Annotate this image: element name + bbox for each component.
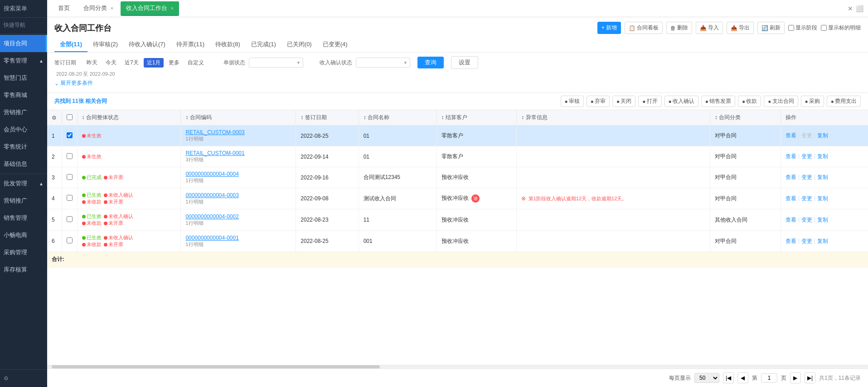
date-btn-yesterday[interactable]: 昨天 <box>83 58 101 68</box>
sub-tab-closed[interactable]: 已关闭(0) <box>281 38 317 52</box>
row5-change-link[interactable]: 变更 <box>801 216 812 224</box>
last-page-btn[interactable]: ▶| <box>805 372 815 383</box>
sidebar-item-basic-info[interactable]: 基础信息 <box>0 155 47 173</box>
tab-income-contract[interactable]: 收入合同工作台 × <box>121 1 179 16</box>
scrollbar-thumb[interactable] <box>52 365 380 368</box>
row2-copy-link[interactable]: 复制 <box>817 153 828 160</box>
row3-copy-link[interactable]: 复制 <box>817 174 828 181</box>
sidebar-item-project-contract[interactable]: 项目合同 <box>0 35 47 52</box>
page-number-input[interactable] <box>761 373 777 382</box>
sidebar-item-purchase-mgmt[interactable]: 采购管理 <box>0 244 47 261</box>
contract-board-button[interactable]: 📋 合同看板 <box>625 22 663 34</box>
row6-code-link[interactable]: 0000000000004-0001 <box>185 235 238 241</box>
row6-change-link[interactable]: 变更 <box>801 237 812 245</box>
review-btn[interactable]: ● 审核 <box>561 96 584 107</box>
row2-checkbox[interactable] <box>62 146 77 167</box>
sidebar-item-xiaochangec[interactable]: 小畅电商 <box>0 227 47 244</box>
row4-view-link[interactable]: 查看 <box>786 195 796 203</box>
row1-checkbox[interactable] <box>62 126 77 146</box>
date-btn-custom[interactable]: 自定义 <box>184 58 207 68</box>
row1-code-link[interactable]: RETAIL_CUSTOM-0003 <box>185 129 244 135</box>
tab-income-contract-close[interactable]: × <box>171 5 174 11</box>
row5-checkbox[interactable] <box>62 209 77 231</box>
print-btn[interactable]: ● 打开 <box>638 96 661 107</box>
row5-code-link[interactable]: 0000000000004-0002 <box>185 213 238 220</box>
row2-view-link[interactable]: 查看 <box>786 153 796 160</box>
row1-change-link[interactable]: 变更 <box>801 132 812 140</box>
sidebar-item-inventory[interactable]: 库存核算 <box>0 261 47 278</box>
tab-contract-type-close[interactable]: × <box>111 5 113 11</box>
window-maximize-icon[interactable]: ⬜ <box>856 5 863 12</box>
row6-view-link[interactable]: 查看 <box>786 237 796 245</box>
expense-pay-btn[interactable]: ● 费用支出 <box>827 96 861 107</box>
row2-code-link[interactable]: RETAIL_CUSTOM-0001 <box>185 150 244 156</box>
row4-change-link[interactable]: 变更 <box>801 195 812 203</box>
row5-view-link[interactable]: 查看 <box>786 216 796 224</box>
expand-more-button[interactable]: ⌄ 展开更多条件 <box>54 79 861 87</box>
row1-view-link[interactable]: 查看 <box>786 132 796 140</box>
row3-change-link[interactable]: 变更 <box>801 174 812 181</box>
sub-tab-pending-review[interactable]: 待审核(2) <box>87 38 123 52</box>
row6-checkbox[interactable] <box>62 231 77 252</box>
select-all-checkbox[interactable] <box>67 114 73 120</box>
sub-tab-completed[interactable]: 已完成(1) <box>246 38 281 52</box>
expense-out-btn[interactable]: ● 支出合同 <box>764 96 798 107</box>
sub-tab-changed[interactable]: 已变更(4) <box>317 38 353 52</box>
sub-tab-pending-invoice[interactable]: 待开票(11) <box>171 38 210 52</box>
col-settings[interactable]: ⚙ <box>47 110 62 126</box>
row3-code-link[interactable]: 0000000000004-0004 <box>185 171 238 177</box>
row4-copy-link[interactable]: 复制 <box>817 195 828 203</box>
setting-button[interactable]: 设置 <box>451 56 478 69</box>
close-btn[interactable]: ● 关闭 <box>612 96 635 107</box>
sub-tab-pending-income[interactable]: 待收入确认(7) <box>123 38 171 52</box>
sidebar-item-member-center[interactable]: 会员中心 <box>0 121 47 138</box>
sidebar-item-wholesale-mgmt[interactable]: 批发管理 ▲ <box>0 175 47 192</box>
refresh-button[interactable]: 🔄 刷新 <box>757 22 785 34</box>
income-confirm-btn[interactable]: ● 收入确认 <box>664 96 698 107</box>
import-button[interactable]: 📥 导入 <box>696 22 723 34</box>
row3-checkbox[interactable] <box>62 167 77 188</box>
date-btn-last1month[interactable]: 近1月 <box>144 58 164 68</box>
export-button[interactable]: 📤 导出 <box>727 22 754 34</box>
delete-button[interactable]: 🗑 删除 <box>666 22 692 34</box>
prev-page-btn[interactable]: ◀ <box>737 372 748 383</box>
tab-contract-type[interactable]: 合同分类 × <box>77 0 120 17</box>
sidebar-item-sales-mgmt[interactable]: 销售管理 <box>0 209 47 227</box>
date-btn-last7[interactable]: 近7天 <box>121 58 142 68</box>
sidebar-item-sales-promo[interactable]: 营销推广 <box>0 192 47 209</box>
window-close-icon[interactable]: ✕ <box>848 5 853 12</box>
sidebar-item-retail-mall[interactable]: 零售商城 <box>0 87 47 104</box>
per-page-select[interactable]: 50 10 20 100 <box>694 373 719 383</box>
row6-copy-link[interactable]: 复制 <box>817 237 828 245</box>
abandon-btn[interactable]: ● 弃审 <box>587 96 610 107</box>
row1-copy-link[interactable]: 复制 <box>817 132 828 140</box>
collect-btn[interactable]: ● 收款 <box>738 96 761 107</box>
doc-status-select[interactable] <box>249 58 303 68</box>
sidebar-item-smart-store[interactable]: 智慧门店 <box>0 69 47 87</box>
row3-view-link[interactable]: 查看 <box>786 174 796 181</box>
first-page-btn[interactable]: |◀ <box>723 372 734 383</box>
row2-change-link[interactable]: 变更 <box>801 153 812 160</box>
date-btn-more[interactable]: 更多 <box>165 58 183 68</box>
tab-home[interactable]: 首页 <box>52 0 76 17</box>
sidebar-item-marketing[interactable]: 营销推广 <box>0 104 47 121</box>
row4-checkbox[interactable] <box>62 188 77 209</box>
sidebar-item-retail-stats[interactable]: 零售统计 <box>0 138 47 155</box>
settings-icon[interactable]: ⚙ <box>0 369 47 387</box>
show-detail-checkbox[interactable]: 显示标的明细 <box>821 24 861 32</box>
date-btn-today[interactable]: 今天 <box>102 58 120 68</box>
purchase-btn[interactable]: ● 采购 <box>801 96 824 107</box>
row5-copy-link[interactable]: 复制 <box>817 216 828 224</box>
row4-code-link[interactable]: 0000000000004-0003 <box>185 192 238 198</box>
sub-tab-all[interactable]: 全部(11) <box>54 38 87 52</box>
sales-invoice-btn[interactable]: ● 销售发票 <box>701 96 735 107</box>
add-button[interactable]: + 新增 <box>597 22 621 34</box>
show-fields-checkbox[interactable]: 显示阶段 <box>788 24 817 32</box>
next-page-btn[interactable]: ▶ <box>790 372 801 383</box>
income-status-select[interactable] <box>356 58 410 68</box>
sidebar-item-retail-mgmt[interactable]: 零售管理 ▲ <box>0 52 47 69</box>
query-button[interactable]: 查询 <box>417 57 444 68</box>
horizontal-scrollbar[interactable] <box>47 365 868 368</box>
sidebar-search[interactable]: 搜索菜单 <box>0 0 47 18</box>
sub-tab-pending-payment[interactable]: 待收款(8) <box>210 38 246 52</box>
